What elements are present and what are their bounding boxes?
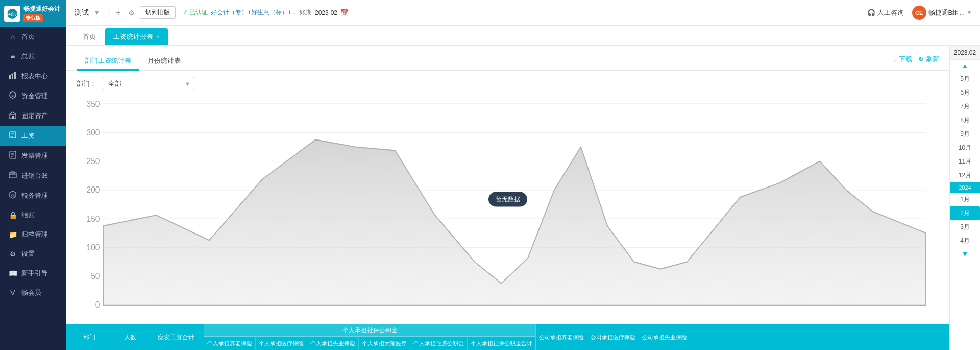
svg-rect-4 [14, 72, 16, 79]
tab-home[interactable]: 首页 [75, 28, 104, 45]
user-dropdown-arrow: ▼ [967, 10, 972, 15]
col-personal-housing: 个人承担住房公积金 [410, 337, 468, 350]
subtab-dept[interactable]: 部门工资统计表 [77, 52, 139, 71]
date-month-1[interactable]: 1月 [950, 193, 980, 206]
svg-marker-38 [103, 139, 926, 305]
product-tags: 好会计（专）+好生意（标）+... [211, 8, 297, 17]
service-button[interactable]: 🎧 人工咨询 [867, 8, 904, 17]
col-count: 人数 [112, 324, 148, 350]
date-month-12[interactable]: 12月 [950, 169, 980, 182]
avatar: CE [912, 6, 926, 20]
date-month-9[interactable]: 9月 [950, 127, 980, 141]
user-menu[interactable]: CE 畅捷通B组... ▼ [912, 6, 972, 20]
settings-icon: ⚙ [8, 250, 17, 258]
svg-rect-2 [9, 75, 11, 79]
sidebar: 好会计 畅捷通好会计 专业版 ⌂ 首页 ≡ 总账 报表中心 ¥ [0, 0, 66, 350]
tax-icon: 税 [8, 191, 17, 200]
chart-svg: 350 300 250 200 150 100 50 0 [77, 97, 939, 319]
svg-text:0: 0 [95, 300, 100, 310]
svg-text:350: 350 [86, 99, 100, 108]
subtab-month[interactable]: 月份统计表 [139, 52, 189, 71]
svg-rect-3 [12, 74, 13, 79]
archive-icon: 📁 [8, 230, 17, 239]
sidebar-item-ledger[interactable]: ≡ 总账 [0, 46, 66, 66]
status-tags: ✓ 已认证 好会计（专）+好生意（标）+... 账期 2023-02 📅 [183, 8, 349, 17]
date-month-2-active[interactable]: 2月 [950, 206, 980, 220]
col-personal-total: 个人承担社保公积金合计 [468, 337, 535, 350]
sidebar-item-salary[interactable]: 工资 [0, 126, 66, 146]
col-group-personal: 个人承担社保公积金 个人承担养老保险 个人承担医疗保险 个人承担失业保险 [204, 324, 536, 350]
sidebar-item-home[interactable]: ⌂ 首页 [0, 27, 66, 46]
svg-text:税: 税 [11, 193, 15, 197]
sidebar-logo: 好会计 畅捷通好会计 专业版 [0, 0, 66, 27]
certified-tag: ✓ 已认证 [183, 8, 208, 17]
project-title: 测试 [75, 8, 89, 17]
sidebar-item-fund[interactable]: ¥ 资金管理 [0, 86, 66, 106]
dept-select-wrapper: 全部 销售部 技术部 财务部 行政部 ▼ [103, 77, 194, 90]
date-month-5[interactable]: 5月 [950, 72, 980, 86]
col-company-medical: 公司承担医疗保险 [587, 333, 639, 342]
project-dropdown-arrow[interactable]: ▼ [94, 9, 100, 16]
date-month-7[interactable]: 7月 [950, 100, 980, 113]
dept-select[interactable]: 全部 销售部 技术部 财务部 行政部 [103, 77, 194, 90]
settings-topbar-icon[interactable]: ⚙ [128, 9, 135, 17]
col-company-unemployment: 公司承担失业保险 [639, 333, 690, 342]
chart-area: 350 300 250 200 150 100 50 0 [66, 97, 949, 324]
sidebar-item-tax[interactable]: 税 税务管理 [0, 185, 66, 205]
svg-text:好会计: 好会计 [6, 12, 18, 17]
filter-bar: 部门： 全部 销售部 技术部 财务部 行政部 ▼ [66, 71, 949, 97]
sidebar-item-asset[interactable]: 固定资产 [0, 106, 66, 126]
sidebar-item-closing[interactable]: 🔒 结账 [0, 205, 66, 225]
date-year-2024[interactable]: 2024 [950, 182, 980, 193]
date-month-3[interactable]: 3月 [950, 220, 980, 234]
sidebar-item-settings[interactable]: ⚙ 设置 [0, 244, 66, 264]
sidebar-item-sales[interactable]: 进销台账 [0, 166, 66, 185]
calendar-icon[interactable]: 📅 [340, 9, 349, 16]
subtabs-actions: ↓ 下载 ↻ 刷新 [894, 55, 940, 68]
svg-text:¥: ¥ [11, 94, 14, 98]
download-button[interactable]: ↓ 下载 [894, 55, 913, 64]
period-label: 账期 [300, 8, 312, 17]
content-area: 部门工资统计表 月份统计表 ↓ 下载 ↻ 刷新 [66, 46, 980, 350]
refresh-button[interactable]: ↻ 刷新 [918, 55, 939, 64]
date-month-8[interactable]: 8月 [950, 113, 980, 127]
report-icon [8, 71, 17, 81]
sidebar-item-member[interactable]: V 畅会员 [0, 283, 66, 302]
dept-filter-label: 部门： [77, 79, 96, 88]
fund-icon: ¥ [8, 91, 17, 101]
salary-icon [8, 131, 17, 141]
sidebar-item-invoice[interactable]: 发票管理 [0, 146, 66, 166]
page-content: 部门工资统计表 月份统计表 ↓ 下载 ↻ 刷新 [66, 46, 949, 350]
main-area: 测试 ▼ | + ⚙ 切到旧版 ✓ 已认证 好会计（专）+好生意（标）+... … [66, 0, 980, 350]
date-month-4[interactable]: 4月 [950, 234, 980, 248]
date-current: 2023.02 [950, 46, 980, 60]
date-nav-up[interactable]: ▲ [950, 60, 980, 72]
tab-salary-report[interactable]: 工资统计报表 × [105, 28, 168, 45]
period-value: 2023-02 [315, 9, 337, 16]
closing-icon: 🔒 [8, 211, 17, 219]
logo-text: 畅捷通好会计 专业版 [23, 5, 60, 22]
tabbar: 首页 工资统计报表 × [66, 26, 980, 46]
switch-version-button[interactable]: 切到旧版 [140, 6, 176, 19]
svg-text:300: 300 [86, 127, 100, 137]
date-month-10[interactable]: 10月 [950, 141, 980, 155]
sidebar-item-report[interactable]: 报表中心 [0, 66, 66, 86]
svg-text:50: 50 [91, 271, 100, 281]
topbar: 测试 ▼ | + ⚙ 切到旧版 ✓ 已认证 好会计（专）+好生意（标）+... … [66, 0, 980, 26]
ledger-icon: ≡ [8, 52, 17, 60]
date-nav-down[interactable]: ▼ [950, 248, 980, 260]
date-month-6[interactable]: 6月 [950, 86, 980, 100]
add-icon[interactable]: + [116, 8, 120, 17]
tab-close-icon[interactable]: × [156, 33, 160, 40]
col-company-pension: 公司承担养老保险 [536, 333, 587, 342]
svg-text:100: 100 [86, 242, 100, 252]
col-personal-pension: 个人承担养老保险 [204, 337, 256, 350]
date-month-11[interactable]: 11月 [950, 155, 980, 169]
sidebar-item-guide[interactable]: 📖 新手引导 [0, 264, 66, 283]
refresh-icon: ↻ [918, 55, 924, 63]
sales-icon [8, 171, 17, 180]
svg-text:250: 250 [86, 156, 100, 166]
topbar-right: 🎧 人工咨询 CE 畅捷通B组... ▼ [867, 6, 972, 20]
table-footer: 部门 人数 应发工资合计 个人承担社保公积金 个人承担养老保险 [66, 324, 949, 350]
sidebar-item-archive[interactable]: 📁 归档管理 [0, 225, 66, 244]
